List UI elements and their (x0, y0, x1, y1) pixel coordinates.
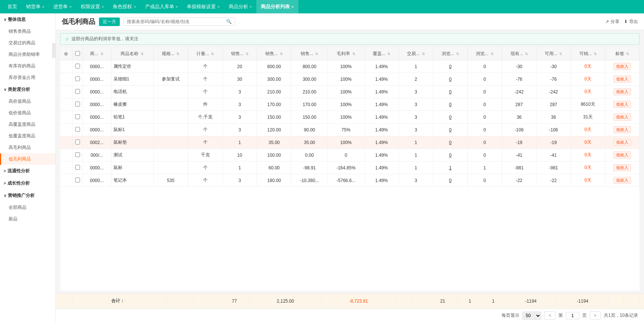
row-check[interactable] (75, 178, 80, 182)
sidebar-group-整体信息[interactable]: ∨整体信息 (0, 13, 55, 26)
row-check[interactable] (75, 140, 80, 144)
row-gear[interactable] (60, 73, 72, 86)
col-gross-margin[interactable]: 毛利率 ⇅ (328, 48, 365, 60)
sidebar-group-成长性分析[interactable]: >成长性分析 (0, 177, 55, 189)
row-gear[interactable] (60, 124, 72, 136)
per-page-select[interactable]: 50 100 200 (522, 312, 541, 320)
nav-item-首页[interactable]: 首页 (3, 0, 22, 13)
col-unit[interactable]: 计量... ⇅ (188, 48, 222, 60)
row-checkbox[interactable] (72, 149, 83, 162)
col-checkbox[interactable] (72, 48, 83, 60)
row-checkbox[interactable] (72, 73, 83, 86)
sidebar-item-全部商品[interactable]: 全部商品 (0, 202, 55, 213)
prev-page-btn[interactable]: ＜ (544, 311, 555, 320)
nav-item-角色授权[interactable]: 角色授权× (108, 0, 140, 13)
nav-item-产成品入库单[interactable]: 产成品入库单× (141, 0, 182, 13)
row-checkbox[interactable] (72, 86, 83, 98)
col-sales-price[interactable]: 销售... ⇅ (257, 48, 291, 60)
col-transaction[interactable]: 交易... ⇅ (399, 48, 433, 60)
col-spec[interactable]: 规格... ⇅ (153, 48, 188, 60)
nav-close-icon[interactable]: × (176, 4, 178, 9)
row-checkbox[interactable] (72, 174, 83, 187)
row-gear[interactable] (60, 86, 72, 98)
row-sales-price: 300.00 (257, 73, 291, 86)
sidebar-item-低价值商品[interactable]: 低价值商品 (0, 107, 55, 119)
row-coverage: 1.49% (364, 73, 398, 86)
col-sales-qty[interactable]: 销售... ⇅ (222, 48, 257, 60)
nav-item-销货单[interactable]: 销货单× (22, 0, 49, 13)
nav-close-icon[interactable]: × (42, 4, 44, 9)
sidebar-item-销售类商品[interactable]: 销售类商品 (0, 26, 55, 37)
nav-close-icon[interactable]: × (217, 4, 220, 9)
sidebar-group-流通性分析[interactable]: >流通性分析 (0, 165, 55, 177)
sidebar-collapse-btn[interactable]: 《 (52, 43, 56, 58)
sidebar-item-有库存的商品[interactable]: 有库存的商品 (0, 60, 55, 72)
row-checkbox[interactable] (72, 124, 83, 136)
row-gear[interactable] (60, 149, 72, 162)
nav-item-商品分析列表[interactable]: 商品分析列表× (256, 0, 298, 13)
row-check[interactable] (75, 127, 80, 132)
col-coverage[interactable]: 覆盖... ⇅ (364, 48, 398, 60)
row-check[interactable] (75, 64, 80, 68)
row-checkbox[interactable] (72, 162, 83, 174)
row-gear[interactable] (60, 98, 72, 111)
nav-close-icon[interactable]: × (102, 4, 104, 9)
share-btn[interactable]: ⇗ 分享 (605, 19, 619, 25)
row-gear[interactable] (60, 162, 72, 174)
row-checkbox[interactable] (72, 60, 83, 73)
col-sales-amount[interactable]: 销售... ⇅ (291, 48, 328, 60)
search-icon[interactable]: 🔍 (226, 19, 232, 24)
col-name[interactable]: 商品名称 ⇅ (111, 48, 153, 60)
row-check[interactable] (75, 114, 80, 119)
nav-close-icon[interactable]: × (69, 4, 71, 9)
sidebar-item-库存资金占用[interactable]: 库存资金占用 (0, 72, 55, 83)
row-gear[interactable] (60, 136, 72, 149)
sidebar-item-商品分类助销率[interactable]: 商品分类助销率 (0, 49, 55, 60)
row-checkbox[interactable] (72, 136, 83, 149)
sidebar-item-新品[interactable]: 新品 (0, 213, 55, 225)
sidebar-item-高毛利商品[interactable]: 高毛利商品 (0, 142, 55, 153)
col-sellable[interactable]: 可销... ⇅ (571, 48, 605, 60)
col-tag[interactable]: 标签 ⇅ (605, 48, 639, 60)
row-check[interactable] (75, 152, 80, 157)
sidebar-group-营销推广分析[interactable]: ∨营销推广分析 (0, 189, 55, 202)
col-browse1[interactable]: 浏览... ⇅ (433, 48, 467, 60)
date-filter-btn[interactable]: 近一月 (99, 17, 120, 26)
row-check[interactable] (75, 102, 80, 106)
table-row: 0000... 铅笔1 个,千克 3 150.00 150.00 100% 1.… (60, 111, 640, 124)
row-gear[interactable] (60, 60, 72, 73)
row-check[interactable] (75, 76, 80, 81)
col-current[interactable]: 现有... ⇅ (502, 48, 536, 60)
next-page-btn[interactable]: ＞ (590, 311, 601, 320)
col-browse2[interactable]: 浏览... ⇅ (468, 48, 502, 60)
sidebar-item-低覆盖度商品[interactable]: 低覆盖度商品 (0, 130, 55, 142)
select-all-checkbox[interactable] (75, 51, 80, 56)
sidebar-group-类射度分析[interactable]: ∨类射度分析 (0, 83, 55, 96)
row-check[interactable] (75, 165, 80, 170)
nav-close-icon[interactable]: × (250, 4, 252, 9)
row-code: 0000... (83, 73, 111, 86)
nav-close-icon[interactable]: × (134, 4, 136, 9)
sidebar-item-低毛利商品[interactable]: 低毛利商品 (0, 153, 55, 165)
col-gear[interactable]: ⚙ (60, 48, 72, 60)
row-check[interactable] (75, 89, 80, 94)
total-current: -1194 (505, 296, 557, 306)
row-spec (153, 111, 188, 124)
sidebar-item-高覆盖度商品[interactable]: 高覆盖度商品 (0, 119, 55, 130)
col-available[interactable]: 可用... ⇅ (536, 48, 571, 60)
row-gear[interactable] (60, 174, 72, 187)
sidebar-item-交易过的商品[interactable]: 交易过的商品 (0, 37, 55, 49)
nav-item-进货单[interactable]: 进货单× (49, 0, 76, 13)
row-gear[interactable] (60, 111, 72, 124)
search-input[interactable] (127, 19, 225, 24)
nav-item-权限设置[interactable]: 权限设置× (76, 0, 108, 13)
page-input[interactable] (566, 312, 579, 319)
col-code[interactable]: 商... ⇅ (83, 48, 111, 60)
nav-item-单据模板设置[interactable]: 单据模板设置× (182, 0, 224, 13)
nav-close-icon[interactable]: × (291, 4, 294, 9)
sidebar-item-高价值商品[interactable]: 高价值商品 (0, 96, 55, 107)
export-btn[interactable]: ⬇ 导出 (624, 19, 638, 25)
row-checkbox[interactable] (72, 111, 83, 124)
row-checkbox[interactable] (72, 98, 83, 111)
nav-item-商品分析[interactable]: 商品分析× (224, 0, 256, 13)
